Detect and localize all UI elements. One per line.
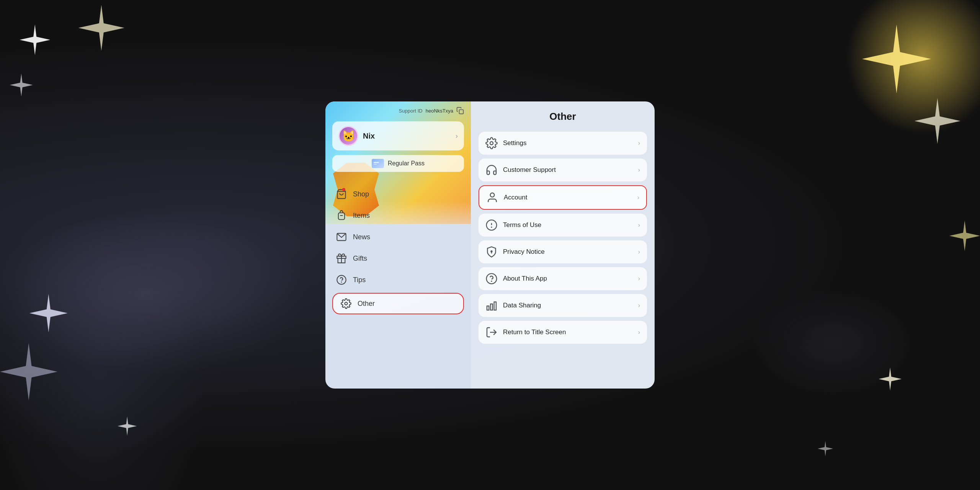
svg-rect-5 (338, 213, 345, 220)
sidebar-item-gifts[interactable]: Gifts (325, 248, 471, 269)
sidebar-item-tips[interactable]: Tips (325, 269, 471, 291)
svg-rect-22 (487, 306, 489, 310)
support-id-bar: Support ID heoNksTxya (325, 101, 471, 118)
support-label: Support ID (399, 108, 423, 114)
username: Nix (363, 132, 375, 140)
menu-item-about[interactable]: About This App › (479, 267, 647, 290)
chevron-right-icon: › (638, 140, 640, 147)
sparkle-icon (29, 294, 68, 332)
menu-item-label: Account (504, 194, 632, 201)
menu-item-label: Terms of Use (503, 221, 633, 229)
menu-item-label: Data Sharing (503, 302, 633, 309)
menu-item-return[interactable]: Return to Title Screen › (479, 321, 647, 344)
menu-item-terms[interactable]: Terms of Use › (479, 214, 647, 237)
svg-rect-23 (490, 304, 492, 310)
panel-title: Other (479, 111, 647, 122)
sparkle-icon (78, 5, 124, 51)
sparkle-icon (10, 74, 33, 96)
question-circle-icon (485, 273, 498, 285)
menu-item-customer-support[interactable]: Customer Support › (479, 158, 647, 181)
profile-row[interactable]: Nix › (332, 121, 464, 150)
chevron-right-icon: › (638, 302, 640, 309)
chevron-right-icon: › (638, 248, 640, 255)
sparkle-icon (879, 368, 902, 390)
nav-section: Shop Items (325, 180, 471, 389)
sidebar-item-label: Shop (353, 190, 369, 198)
sidebar-item-other[interactable]: Other (332, 293, 464, 314)
chevron-right-icon: › (456, 132, 458, 140)
sidebar-item-label: Gifts (353, 255, 367, 263)
chevron-right-icon: › (638, 275, 640, 282)
sparkle-icon (118, 416, 137, 436)
gear-icon (485, 137, 498, 149)
info-icon (485, 219, 498, 231)
svg-point-14 (490, 193, 495, 197)
menu-item-label: Customer Support (503, 166, 633, 174)
backpack-icon (336, 210, 347, 221)
svg-rect-0 (459, 110, 464, 114)
menu-list: Settings › Customer Support › (479, 132, 647, 379)
avatar (338, 126, 358, 146)
sidebar-item-label: Items (353, 212, 370, 220)
svg-rect-2 (374, 162, 379, 163)
svg-point-13 (490, 142, 493, 145)
svg-point-10 (337, 275, 346, 284)
copy-icon[interactable] (456, 107, 464, 114)
menu-item-label: Settings (503, 139, 633, 147)
notification-dot (342, 188, 345, 191)
headset-icon (485, 164, 498, 176)
menu-item-label: About This App (503, 275, 633, 283)
sidebar-item-news[interactable]: News (325, 226, 471, 248)
exit-icon (485, 326, 498, 338)
svg-point-12 (345, 302, 348, 305)
panels-container: Support ID heoNksTxya Nix › (325, 101, 655, 389)
shield-icon (485, 246, 498, 258)
left-content: Support ID heoNksTxya Nix › (325, 101, 471, 389)
sidebar-item-items[interactable]: Items (325, 205, 471, 226)
gear-icon (341, 298, 351, 309)
bag-icon (336, 189, 347, 199)
regular-pass-button[interactable]: Regular Pass (332, 155, 464, 172)
menu-item-label: Return to Title Screen (503, 328, 633, 336)
svg-rect-24 (494, 302, 496, 310)
svg-rect-3 (374, 164, 377, 165)
person-icon (486, 191, 498, 204)
sparkle-icon (818, 441, 833, 456)
sidebar-item-label: Tips (353, 276, 366, 284)
question-circle-icon (336, 274, 347, 285)
sidebar-item-label: News (353, 233, 370, 241)
sidebar-item-shop[interactable]: Shop (325, 183, 471, 205)
profile-left: Nix (338, 126, 375, 146)
menu-item-settings[interactable]: Settings › (479, 132, 647, 155)
chart-icon (485, 299, 498, 312)
pass-icon (372, 159, 384, 168)
left-panel: Support ID heoNksTxya Nix › (325, 101, 471, 389)
chevron-right-icon: › (638, 167, 640, 173)
sparkle-icon (949, 220, 980, 251)
chevron-right-icon: › (637, 194, 639, 201)
menu-item-privacy[interactable]: Privacy Notice › (479, 240, 647, 263)
sidebar-item-label: Other (358, 300, 375, 308)
gift-icon (336, 253, 347, 264)
sparkle-icon (20, 24, 50, 55)
right-panel: Other Settings › (471, 101, 655, 389)
chevron-right-icon: › (638, 329, 640, 336)
pass-label: Regular Pass (388, 160, 425, 167)
chevron-right-icon: › (638, 222, 640, 229)
support-id-value: heoNksTxya (426, 108, 453, 114)
glow-effect (846, 0, 980, 134)
svg-rect-1 (372, 160, 383, 167)
svg-point-18 (490, 250, 492, 252)
envelope-icon (336, 232, 347, 242)
menu-item-label: Privacy Notice (503, 248, 633, 256)
menu-item-account[interactable]: Account › (479, 185, 647, 210)
sparkle-icon (0, 343, 57, 400)
svg-point-20 (487, 274, 497, 284)
menu-item-data-sharing[interactable]: Data Sharing › (479, 294, 647, 317)
